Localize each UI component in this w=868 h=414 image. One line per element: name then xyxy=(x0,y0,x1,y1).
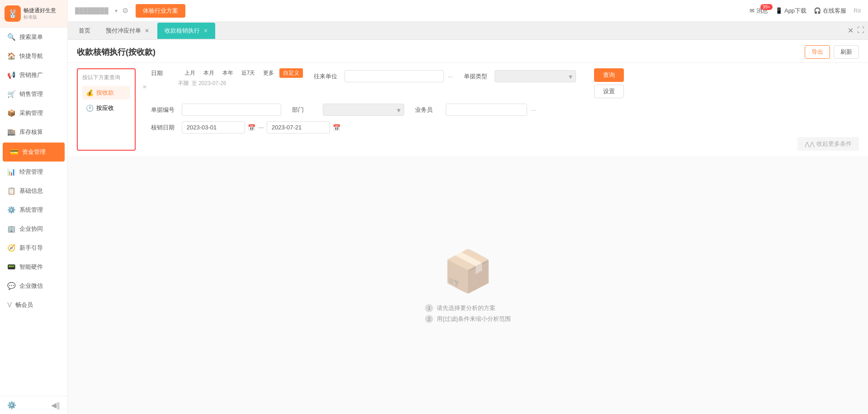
receivable-icon: 🕐 xyxy=(86,105,94,112)
tab-prepay-label: 预付冲应付单 xyxy=(106,27,141,35)
writeoff-start-calendar-icon[interactable]: 📅 xyxy=(248,124,255,131)
collapse-sidebar-icon[interactable]: ◀‖ xyxy=(51,401,60,409)
online-service-btn[interactable]: 🎧 在线客服 xyxy=(814,7,846,15)
date-btn-this-year[interactable]: 本年 xyxy=(220,68,236,78)
page-title-row: 收款核销执行(按收款) 导出 刷新 xyxy=(77,45,859,59)
settings-btn[interactable]: 设置 xyxy=(594,85,624,98)
sidebar-item-label: 系统管理 xyxy=(19,206,43,214)
tab-prepay[interactable]: 预付冲应付单 ✕ xyxy=(99,23,156,39)
sidebar-item-marketing[interactable]: 📢 营销推广 xyxy=(0,66,67,85)
empty-tip-1: 1 请先选择要分析的方案 xyxy=(425,304,510,312)
doc-type-select[interactable] xyxy=(495,70,576,82)
sidebar-item-system[interactable]: ⚙️ 系统管理 xyxy=(0,200,67,219)
date-btn-custom[interactable]: 自定义 xyxy=(279,68,303,78)
tab-writeoff[interactable]: 收款核销执行 ✕ xyxy=(157,23,215,39)
close-tab-icon[interactable]: ✕ xyxy=(848,26,854,35)
staff-dots-icon[interactable]: ··· xyxy=(531,106,536,114)
filter-collapse-row: ⋀⋀ 收起更多条件 xyxy=(151,137,859,151)
sidebar-item-hardware[interactable]: 📟 智能硬件 xyxy=(0,257,67,276)
writeoff-end-input[interactable] xyxy=(267,121,330,133)
chevron-up-icon: ⋀⋀ xyxy=(805,141,815,148)
settings-icon[interactable]: ⚙️ xyxy=(7,401,16,409)
system-icon: ⚙️ xyxy=(7,206,16,214)
counterparty-dots-icon[interactable]: ··· xyxy=(448,73,453,80)
filter-option-by-payment[interactable]: 💰 按收款 xyxy=(82,86,130,100)
counterparty-input[interactable] xyxy=(344,70,444,82)
sidebar-item-inventory[interactable]: 🏬 库存核算 xyxy=(0,123,67,142)
date-btn-last-month[interactable]: 上月 xyxy=(182,68,198,78)
app-download-btn[interactable]: 📱 App下载 xyxy=(775,7,807,15)
tabbar-controls: ✕ ⛶ xyxy=(848,26,864,35)
date-btn-more[interactable]: 更多 xyxy=(260,68,277,78)
empty-state: 📦 1 请先选择要分析的方案 2 用[过滤]条件来缩小分析范围 xyxy=(68,156,868,414)
sidebar-item-label: 快捷导航 xyxy=(19,52,43,60)
date-not-limit: 不限 xyxy=(178,80,189,87)
purchase-icon: 📦 xyxy=(7,109,16,117)
empty-tip-2-text: 用[过滤]条件来缩小分析范围 xyxy=(437,315,510,323)
sidebar-item-wechat[interactable]: 💬 企业微信 xyxy=(0,276,67,295)
expand-icon[interactable]: ⛶ xyxy=(857,26,864,35)
sidebar-item-label: 库存核算 xyxy=(19,128,43,136)
export-btn[interactable]: 导出 xyxy=(805,45,830,59)
date-filter-btns: 上月 本月 本年 近7天 更多 自定义 xyxy=(182,68,303,78)
search-icon: 🔍 xyxy=(7,33,16,41)
member-icon: Ⅴ xyxy=(7,301,12,309)
sidebar-item-label: 企业协同 xyxy=(19,225,43,233)
refresh-btn[interactable]: 刷新 xyxy=(834,45,859,59)
chevron-down-icon[interactable]: ▾ xyxy=(115,8,118,14)
sidebar-item-sales[interactable]: 🛒 销售管理 xyxy=(0,85,67,104)
sidebar-item-label: 新手引导 xyxy=(19,244,43,252)
message-btn[interactable]: ✉ 消息 99+ xyxy=(750,7,768,15)
topbar: ████████ ▾ ⚙ 体验行业方案 ✉ 消息 99+ 📱 App下载 🎧 在… xyxy=(68,0,868,22)
collapse-label: 收起更多条件 xyxy=(816,140,852,148)
base-icon: 📋 xyxy=(7,187,16,195)
message-icon: ✉ xyxy=(750,7,755,14)
tab-writeoff-label: 收款核销执行 xyxy=(165,27,200,35)
writeoff-start-input[interactable] xyxy=(182,121,245,133)
date-btn-this-month[interactable]: 本月 xyxy=(201,68,217,78)
query-btn[interactable]: 查询 xyxy=(594,68,624,82)
headset-icon: 🎧 xyxy=(814,7,821,14)
sidebar-item-search[interactable]: 🔍 搜索菜单 xyxy=(0,28,67,47)
sidebar-item-biz[interactable]: 📊 经营管理 xyxy=(0,162,67,181)
query-actions: 查询 设置 xyxy=(594,68,624,98)
dept-select[interactable] xyxy=(323,104,404,116)
sidebar-item-funds[interactable]: 💳 资金管理 xyxy=(3,143,65,162)
hardware-icon: 📟 xyxy=(7,263,16,271)
online-service-label: 在线客服 xyxy=(823,7,846,15)
doc-type-label: 单据类型 xyxy=(464,72,491,81)
doc-num-input[interactable] xyxy=(182,104,281,116)
date-btn-7days[interactable]: 近7天 xyxy=(239,68,258,78)
filter-option-by-receivable[interactable]: 🕐 按应收 xyxy=(82,101,130,115)
industry-btn[interactable]: 体验行业方案 xyxy=(136,4,185,18)
filter-collapse-arrow[interactable]: » xyxy=(143,83,146,90)
sidebar-item-enterprise[interactable]: 🏢 企业协同 xyxy=(0,219,67,238)
sidebar-item-label: 畅会员 xyxy=(15,301,33,309)
sidebar-item-guide[interactable]: 🧭 新手引导 xyxy=(0,238,67,257)
gear-icon[interactable]: ⚙ xyxy=(122,6,128,15)
sidebar-footer: ⚙️ ◀‖ xyxy=(0,396,67,414)
tab-writeoff-close[interactable]: ✕ xyxy=(203,28,208,34)
date-label: 日期 xyxy=(151,69,178,77)
funds-icon: 💳 xyxy=(10,148,19,156)
sidebar-menu: 🔍 搜索菜单 🏠 快捷导航 📢 营销推广 🛒 销售管理 📦 采购管理 🏬 库存核… xyxy=(0,28,67,396)
sidebar-item-label: 经营管理 xyxy=(19,168,43,176)
tab-home[interactable]: 首页 xyxy=(71,23,98,39)
sidebar-item-label: 企业微信 xyxy=(19,282,43,290)
writeoff-end-calendar-icon[interactable]: 📅 xyxy=(333,124,340,131)
sidebar-item-purchase[interactable]: 📦 采购管理 xyxy=(0,104,67,123)
user-name: Rit xyxy=(854,7,861,14)
filter-fields: 日期 上月 本月 本年 近7天 更多 自定义 不限 xyxy=(151,68,859,151)
collapse-btn[interactable]: ⋀⋀ 收起更多条件 xyxy=(797,137,859,151)
logo-name: 畅捷通好生意 xyxy=(24,7,56,14)
tabbar: 首页 预付冲应付单 ✕ 收款核销执行 ✕ ✕ ⛶ xyxy=(68,22,868,40)
sidebar-item-base[interactable]: 📋 基础信息 xyxy=(0,181,67,200)
sidebar-item-quicknav[interactable]: 🏠 快捷导航 xyxy=(0,47,67,66)
staff-input[interactable] xyxy=(446,104,527,116)
sidebar-item-label: 搜索菜单 xyxy=(19,33,43,41)
sidebar-item-member[interactable]: Ⅴ 畅会员 xyxy=(0,295,67,314)
writeoff-date-label: 核销日期 xyxy=(151,124,178,132)
tab-prepay-close[interactable]: ✕ xyxy=(145,28,149,34)
sales-icon: 🛒 xyxy=(7,90,16,98)
marketing-icon: 📢 xyxy=(7,71,16,79)
